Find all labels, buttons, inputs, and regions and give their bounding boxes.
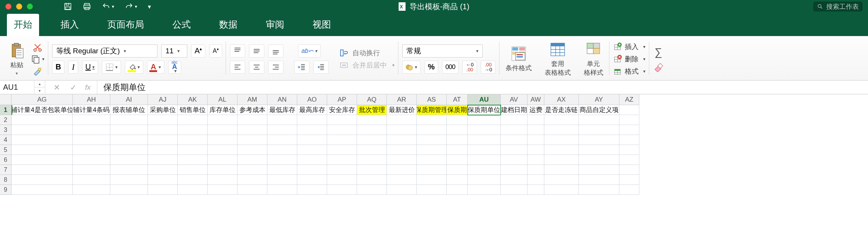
column-header[interactable]: AY [579, 94, 619, 105]
fx-icon[interactable]: fx [85, 81, 97, 94]
cell[interactable] [527, 135, 544, 145]
cell[interactable] [468, 165, 501, 175]
cell[interactable]: 库存单位 [208, 105, 237, 115]
cell[interactable] [110, 125, 148, 135]
cell[interactable]: 最低库存 [267, 105, 297, 115]
name-box-stepper[interactable]: ▴▾ [34, 81, 45, 94]
wrap-text-button[interactable]: 自动换行 [352, 48, 380, 58]
cell[interactable] [327, 185, 357, 195]
row-header[interactable]: 3 [0, 125, 11, 135]
row-header[interactable]: 7 [0, 165, 11, 175]
format-as-table-button[interactable]: 套用 表格格式 [542, 40, 573, 78]
column-header[interactable]: AP [327, 94, 357, 105]
cell[interactable] [237, 185, 267, 195]
spreadsheet-grid[interactable]: AGAHAIAJAKALAMANAOAPAQARASATAUAVAWAXAYAZ… [0, 94, 868, 195]
cell[interactable] [297, 125, 327, 135]
cell[interactable] [73, 115, 110, 125]
cell[interactable] [11, 135, 73, 145]
cell[interactable] [417, 135, 447, 145]
cell[interactable] [110, 155, 148, 165]
cell[interactable] [447, 115, 468, 125]
cell[interactable] [468, 135, 501, 145]
cell[interactable] [468, 185, 501, 195]
cell[interactable] [73, 165, 110, 175]
select-all-corner[interactable] [0, 94, 11, 105]
cell[interactable] [417, 145, 447, 155]
merge-center-button[interactable]: 合并后居中 [352, 61, 387, 70]
increase-font-button[interactable]: A▴ [191, 44, 205, 58]
cell[interactable] [619, 185, 639, 195]
cell[interactable] [544, 185, 579, 195]
align-bottom-button[interactable] [268, 44, 283, 58]
cell[interactable] [11, 115, 73, 125]
insert-cells-button[interactable]: 插入▾ [613, 41, 645, 53]
cell[interactable] [327, 165, 357, 175]
cut-button[interactable] [31, 43, 44, 53]
underline-button[interactable]: U▾ [82, 61, 98, 74]
column-header[interactable]: AR [387, 94, 417, 105]
cell[interactable] [110, 165, 148, 175]
number-format-combo[interactable]: 常规▾ [402, 44, 483, 58]
cell[interactable] [357, 165, 387, 175]
cell[interactable] [297, 155, 327, 165]
enter-formula-button[interactable]: ✓ [70, 83, 77, 92]
cell[interactable] [501, 185, 527, 195]
cell[interactable] [417, 155, 447, 165]
cell[interactable] [11, 185, 73, 195]
row-header[interactable]: 8 [0, 175, 11, 185]
font-color-button[interactable]: A ▾ [147, 61, 164, 74]
cell[interactable] [178, 175, 208, 185]
cell[interactable] [110, 145, 148, 155]
cell[interactable] [110, 135, 148, 145]
cell[interactable] [208, 155, 237, 165]
column-header[interactable]: AL [208, 94, 237, 105]
cell[interactable] [267, 175, 297, 185]
cell[interactable]: 运费 [527, 105, 544, 115]
cell[interactable] [447, 135, 468, 145]
cell[interactable] [297, 165, 327, 175]
orientation-button[interactable]: ab⤺▾ [298, 44, 321, 58]
cell[interactable] [267, 185, 297, 195]
align-top-button[interactable] [230, 44, 245, 58]
cell[interactable] [468, 115, 501, 125]
cell[interactable] [178, 145, 208, 155]
cell[interactable] [357, 185, 387, 195]
cell[interactable] [208, 125, 237, 135]
cell[interactable] [237, 115, 267, 125]
undo-button[interactable]: ▾ [102, 2, 114, 11]
cell[interactable] [297, 145, 327, 155]
formula-input[interactable]: 保质期单位 [97, 82, 868, 93]
column-header[interactable]: AG [11, 94, 73, 105]
cell[interactable] [447, 175, 468, 185]
cell[interactable] [357, 155, 387, 165]
cell[interactable] [178, 135, 208, 145]
row-header[interactable]: 9 [0, 185, 11, 195]
cell[interactable] [619, 125, 639, 135]
cell[interactable] [447, 145, 468, 155]
cell[interactable] [544, 135, 579, 145]
paste-button[interactable]: 粘贴 ▾ [6, 41, 28, 77]
cell[interactable] [327, 155, 357, 165]
cell[interactable] [357, 115, 387, 125]
cell[interactable] [11, 145, 73, 155]
tab-formulas[interactable]: 公式 [165, 14, 198, 36]
cell[interactable] [619, 115, 639, 125]
cell[interactable]: 报表辅单位 [110, 105, 148, 115]
cell-styles-button[interactable]: 单元 格样式 [581, 40, 606, 78]
cell[interactable] [544, 155, 579, 165]
column-header[interactable]: AZ [619, 94, 639, 105]
cell[interactable] [297, 185, 327, 195]
border-button[interactable]: ▾ [102, 61, 121, 74]
cell[interactable] [148, 175, 178, 185]
cell[interactable] [468, 155, 501, 165]
cell[interactable] [447, 125, 468, 135]
cell[interactable] [178, 125, 208, 135]
cell[interactable] [110, 185, 148, 195]
cell[interactable]: 销售单位 [178, 105, 208, 115]
row-header[interactable]: 6 [0, 155, 11, 165]
cell[interactable] [387, 135, 417, 145]
cell[interactable]: 保质期管理 [417, 105, 447, 115]
cell[interactable] [208, 165, 237, 175]
cell[interactable] [417, 175, 447, 185]
cell[interactable] [357, 175, 387, 185]
